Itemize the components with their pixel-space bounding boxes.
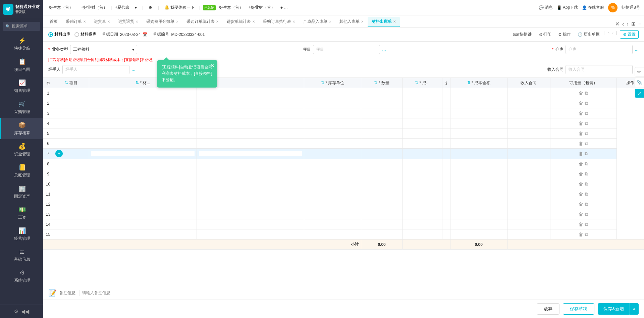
delete-row-button[interactable]: 🗑: [579, 222, 583, 227]
sidebar-item-payroll[interactable]: 💵 工资: [0, 203, 43, 224]
tab-close-purchase-order[interactable]: ✕: [83, 20, 86, 23]
user-avatar[interactable]: 畅: [608, 3, 618, 12]
save-new-arrow-button[interactable]: ∧: [630, 303, 639, 315]
save-draft-button[interactable]: 保存草稿: [563, 303, 594, 315]
warehouse-more-link[interactable]: …: [635, 47, 639, 52]
sidebar-item-finance[interactable]: 💰 资金管理: [0, 139, 43, 160]
right-clip-icon[interactable]: 📎: [635, 78, 644, 87]
sidebar-item-assets[interactable]: 🏢 固定资产: [0, 181, 43, 203]
tab-other-inbound[interactable]: 其他入库单 ✕: [335, 17, 368, 27]
col-settings-header[interactable]: ⚙: [43, 78, 53, 88]
delete-row-button[interactable]: 🗑: [579, 192, 583, 197]
copy-row-button[interactable]: ⧉: [585, 161, 588, 167]
table-container[interactable]: ⚙ ⇅ 项目 ⇅ * 材... ⇅ * 库存单位: [43, 78, 644, 286]
topbar-nav-haoyecai[interactable]: +好业财（首）: [79, 4, 109, 11]
delete-row-button[interactable]: 🗑: [579, 202, 583, 207]
add-row-button[interactable]: +: [55, 150, 63, 157]
radio-outbound[interactable]: 材料出库: [48, 32, 70, 37]
tab-close-inbound-stats[interactable]: ✕: [252, 20, 255, 23]
copy-row-button[interactable]: ⧉: [585, 110, 588, 116]
topbar-haoshengyi2[interactable]: 好生意（首）: [217, 4, 245, 11]
tab-purchase-expense[interactable]: 采购费用分摊单 ✕: [142, 17, 182, 27]
copy-row-button[interactable]: ⧉: [585, 181, 588, 187]
tab-product-inbound[interactable]: 产成品入库单 ✕: [299, 17, 335, 27]
copy-row-button[interactable]: ⧉: [585, 151, 588, 157]
topbar-nav-dropdown[interactable]: ▾: [133, 5, 139, 11]
copy-row-button[interactable]: ⧉: [585, 211, 588, 217]
delete-row-button[interactable]: 🗑: [579, 101, 583, 106]
shortcut-action-button[interactable]: ⌨ 快捷键: [511, 30, 534, 39]
tab-purchase-order[interactable]: 采购订单 ✕: [62, 17, 90, 27]
topbar-app-button[interactable]: 📱 App下载: [557, 5, 578, 10]
copy-row-button[interactable]: ⧉: [585, 90, 588, 96]
topbar-nav-yidaizhang[interactable]: +易代账: [113, 4, 131, 11]
copy-row-button[interactable]: ⧉: [585, 100, 588, 106]
tabbar-next-button[interactable]: ›: [627, 21, 628, 27]
topbar-service-button[interactable]: 👤 在线客服: [582, 5, 604, 10]
tab-close-product-inbound[interactable]: ✕: [329, 20, 331, 23]
sidebar-item-system[interactable]: ⚙ 系统管理: [0, 266, 43, 287]
tab-close-inbound-return[interactable]: ✕: [136, 20, 138, 23]
tab-close-purchase-stats[interactable]: ✕: [216, 20, 219, 23]
sidebar-search[interactable]: 🔍 搜索菜单: [3, 22, 40, 31]
sidebar-item-operations[interactable]: 📊 经营管理: [0, 224, 43, 245]
tab-material-outbound[interactable]: 材料出库单 ✕: [368, 17, 400, 27]
discard-button[interactable]: 放弃: [537, 303, 559, 315]
tab-home[interactable]: 首页: [46, 17, 62, 27]
delete-row-button[interactable]: 🗑: [579, 131, 583, 136]
delete-row-button[interactable]: 🗑: [579, 111, 583, 116]
sidebar-item-shortcut[interactable]: ⚡ 快捷导航: [0, 34, 43, 55]
copy-row-button[interactable]: ⧉: [585, 130, 588, 136]
tabbar-close-button[interactable]: ✕: [615, 21, 620, 27]
delete-row-button[interactable]: 🗑: [579, 151, 583, 156]
copy-row-button[interactable]: ⧉: [585, 191, 588, 197]
delete-row-button[interactable]: 🗑: [579, 121, 583, 126]
notes-input[interactable]: [82, 290, 639, 295]
delete-row-button[interactable]: 🗑: [579, 232, 583, 237]
tab-close-inbound[interactable]: ✕: [107, 20, 110, 23]
topbar-nav-haoshengyi[interactable]: 好生意（首）: [47, 4, 75, 11]
print-action-button[interactable]: 🖨 打印: [536, 30, 553, 39]
right-edit-icon[interactable]: ✏: [635, 67, 644, 76]
copy-row-button[interactable]: ⧉: [585, 231, 588, 237]
warehouse-input[interactable]: 仓库: [566, 45, 633, 54]
topbar-more[interactable]: + …: [278, 5, 290, 11]
operations-action-button[interactable]: ⚙ 操作: [556, 30, 573, 39]
business-type-input[interactable]: 工程领料 ▾: [70, 45, 137, 54]
delete-row-button[interactable]: 🗑: [579, 181, 583, 187]
handler-more-link[interactable]: …: [131, 67, 136, 72]
settings-button[interactable]: ⚙ 设置: [620, 30, 639, 39]
delete-row-button[interactable]: 🗑: [579, 212, 583, 217]
delete-row-button[interactable]: 🗑: [579, 141, 583, 146]
delete-row-button[interactable]: 🗑: [579, 161, 583, 167]
tabbar-prev-button[interactable]: ‹: [622, 21, 624, 27]
tab-inbound-return[interactable]: 进货退货 ✕: [114, 17, 142, 27]
save-new-button[interactable]: 保存&新增: [598, 303, 630, 315]
topbar-settings-icon[interactable]: ⚙: [147, 5, 154, 11]
copy-row-button[interactable]: ⧉: [585, 141, 588, 146]
topbar-haoyecai2[interactable]: +好业财（首）: [247, 4, 277, 11]
tab-inbound[interactable]: 进货单 ✕: [90, 17, 114, 27]
tab-inbound-stats[interactable]: 进货单统计表 ✕: [223, 17, 259, 27]
tab-close-material-outbound[interactable]: ✕: [393, 20, 396, 23]
income-contract-input[interactable]: 收入合同: [566, 65, 633, 74]
tabbar-grid-button[interactable]: ⊞: [631, 21, 636, 27]
sidebar-item-project[interactable]: 📋 项目合同: [0, 55, 43, 76]
radio-return[interactable]: 材料退库: [74, 32, 97, 37]
tab-close-purchase-expense[interactable]: ✕: [176, 20, 178, 23]
sidebar-item-sales[interactable]: 📈 销售管理: [0, 76, 43, 97]
sidebar-item-inventory[interactable]: 📦 库存核算: [0, 118, 43, 139]
tab-purchase-stats[interactable]: 采购订单统计表 ✕: [182, 17, 223, 27]
handler-input[interactable]: 经手人: [62, 65, 129, 74]
history-action-button[interactable]: 🕐 历史单据: [576, 30, 602, 39]
tabbar-list-button[interactable]: ≡: [638, 21, 641, 27]
copy-row-button[interactable]: ⧉: [585, 201, 588, 207]
right-expand-icon[interactable]: ⤢: [635, 89, 644, 98]
project-input[interactable]: 项目: [313, 45, 380, 54]
topbar-experience-button[interactable]: 🔔 我要体验一下: [162, 4, 197, 11]
tab-close-other-inbound[interactable]: ✕: [361, 20, 364, 23]
sidebar-item-purchase[interactable]: 🛒 采购管理: [0, 97, 43, 118]
sidebar-settings-button[interactable]: ⚙: [14, 308, 18, 315]
delete-row-button[interactable]: 🗑: [579, 91, 583, 96]
topbar-message-button[interactable]: 💬 消息: [539, 5, 553, 10]
